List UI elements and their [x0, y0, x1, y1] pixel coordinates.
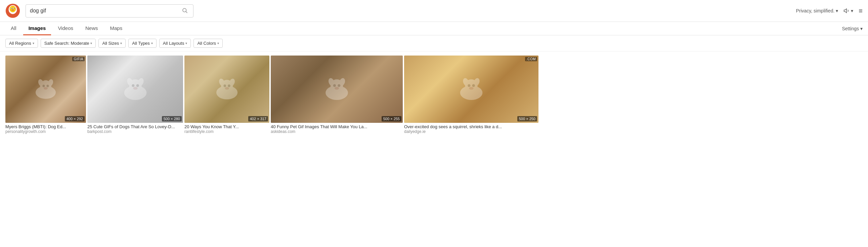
image-title: 40 Funny Pet Gif Images That Will Make Y…: [271, 124, 403, 129]
svg-point-31: [228, 84, 230, 87]
filter-colors[interactable]: All Colors ▾: [193, 39, 223, 48]
header-right: Privacy, simplified. ▾ ▾ ≡: [796, 7, 863, 15]
svg-point-23: [132, 84, 134, 87]
image-grid: GIFIA 400 × 292Myers Briggs (MBTI): Dog …: [0, 52, 868, 138]
image-source: rantlifestyle.com: [184, 129, 270, 134]
tab-videos[interactable]: Videos: [53, 22, 79, 35]
svg-point-25: [133, 87, 137, 89]
image-dimensions: 400 × 292: [65, 116, 85, 121]
filter-sizes[interactable]: All Sizes ▾: [98, 39, 126, 48]
tab-maps[interactable]: Maps: [104, 22, 128, 35]
filter-safesearch[interactable]: Safe Search: Moderate ▾: [41, 39, 96, 48]
svg-point-30: [223, 84, 226, 87]
image-title: 25 Cute GIFs of Dogs That Are So Lovey-D…: [87, 124, 183, 129]
svg-point-44: [468, 84, 470, 87]
privacy-button[interactable]: Privacy, simplified. ▾: [796, 8, 838, 13]
image-dimensions: 402 × 317: [248, 116, 268, 121]
filter-layouts[interactable]: All Layouts ▾: [159, 39, 191, 48]
privacy-label: Privacy, simplified.: [796, 8, 834, 13]
svg-point-39: [335, 87, 339, 89]
filter-regions[interactable]: All Regions ▾: [5, 39, 38, 48]
svg-point-17: [46, 85, 49, 87]
image-source: dailyedge.ie: [404, 129, 538, 134]
tab-news[interactable]: News: [80, 22, 103, 35]
tab-images[interactable]: Images: [23, 22, 52, 35]
chevron-down-icon-types: ▾: [151, 42, 153, 45]
image-badge: .COM: [525, 57, 537, 61]
filter-types[interactable]: All Types ▾: [128, 39, 157, 48]
svg-line-10: [186, 11, 187, 13]
image-card[interactable]: 500 × 28025 Cute GIFs of Dogs That Are S…: [87, 56, 183, 134]
svg-marker-11: [844, 9, 847, 13]
svg-point-24: [136, 84, 139, 87]
image-card[interactable]: .COM 500 × 250Over-excited dog sees a sq…: [404, 56, 538, 134]
chevron-down-icon-settings: ▾: [860, 26, 863, 31]
svg-point-38: [338, 84, 340, 87]
chevron-down-icon-regions: ▾: [33, 42, 34, 45]
search-input[interactable]: [30, 8, 180, 14]
chevron-down-icon-sizes: ▾: [120, 42, 122, 45]
svg-point-46: [469, 87, 473, 89]
filter-bar: All Regions ▾ Safe Search: Moderate ▾ Al…: [0, 35, 868, 52]
svg-point-45: [472, 84, 475, 87]
svg-point-9: [183, 8, 186, 12]
svg-point-37: [333, 84, 336, 87]
svg-point-6: [14, 8, 15, 9]
image-card[interactable]: 402 × 31720 Ways You Know That Y...rantl…: [184, 56, 270, 134]
svg-point-18: [44, 87, 48, 89]
image-title: 20 Ways You Know That Y...: [184, 124, 270, 129]
chevron-down-icon-safesearch: ▾: [90, 42, 92, 45]
image-dimensions: 500 × 250: [517, 116, 537, 121]
search-button[interactable]: [180, 7, 189, 15]
menu-button[interactable]: ≡: [859, 7, 863, 15]
svg-point-2: [9, 6, 16, 12]
duckduckgo-logo[interactable]: [5, 3, 20, 18]
chevron-down-icon-speaker: ▾: [851, 8, 853, 13]
settings-button[interactable]: Settings ▾: [842, 23, 863, 35]
chevron-down-icon: ▾: [836, 8, 838, 13]
svg-point-5: [11, 8, 12, 9]
image-dimensions: 500 × 280: [162, 116, 182, 121]
image-dimensions: 500 × 255: [381, 116, 401, 121]
svg-point-16: [42, 85, 45, 87]
header: Privacy, simplified. ▾ ▾ ≡: [0, 0, 868, 22]
image-source: personalitygrowth.com: [5, 129, 86, 134]
search-bar[interactable]: [26, 4, 193, 18]
chevron-down-icon-layouts: ▾: [185, 42, 187, 45]
image-card[interactable]: GIFIA 400 × 292Myers Briggs (MBTI): Dog …: [5, 56, 86, 134]
image-title: Over-excited dog sees a squirrel, shriek…: [404, 124, 538, 129]
image-card[interactable]: 500 × 25540 Funny Pet Gif Images That Wi…: [271, 56, 403, 134]
svg-point-8: [12, 9, 13, 10]
image-title: Myers Briggs (MBTI): Dog Ed...: [5, 124, 86, 129]
chevron-down-icon-colors: ▾: [217, 42, 219, 45]
image-source: askideas.com: [271, 129, 403, 134]
tab-all[interactable]: All: [5, 22, 22, 35]
nav-tabs: All Images Videos News Maps Settings ▾: [0, 22, 868, 35]
image-source: barkpost.com: [87, 129, 183, 134]
svg-point-32: [225, 87, 229, 90]
image-badge: GIFIA: [72, 57, 85, 61]
speaker-button[interactable]: ▾: [843, 7, 853, 14]
